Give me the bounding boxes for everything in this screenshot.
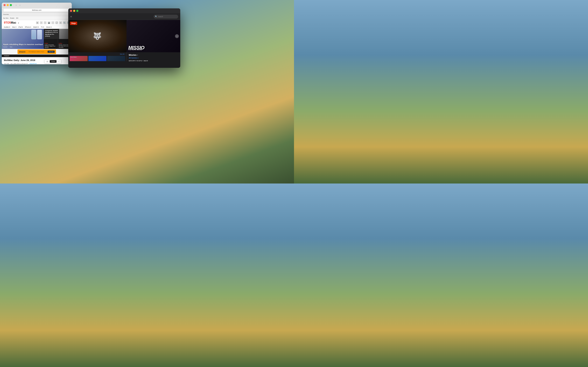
itunes-minimize-button[interactable] — [73, 10, 75, 12]
movie-tomb-raider[interactable]: Tomb Raider (2018) — [107, 56, 125, 61]
article-huawei-title: Compared: Huawei MateBook X Pro vs MacBo… — [45, 30, 59, 37]
quick-links-title: MOVIES QUICK LINKS — [129, 60, 178, 61]
today-bar: TODAY — [2, 55, 72, 57]
browser-titlebar: ‹ › — [2, 3, 72, 8]
wrench-icon[interactable]: 🔧 — [63, 21, 66, 24]
browser-content: 9TO5Mac ▼ ▶ f t 📷 ⋯ 💬 $ 🔧 🔍 Guides ▾ Mac… — [2, 20, 72, 64]
follow-icon: 📰 — [46, 61, 48, 62]
hero-main-article[interactable]: Apple rebuilding Maps in massive overhau… — [2, 29, 44, 49]
movies-dropdown-icon[interactable]: ▾ — [137, 54, 138, 56]
ad-banner: amazon Free shipping on millions of item… — [2, 49, 72, 55]
more-icon[interactable]: ⋯ — [52, 21, 54, 24]
amazon-cta[interactable]: Shop Now — [48, 51, 55, 53]
bookmark-mysites[interactable]: My Sites — [3, 17, 9, 19]
section-header: See All › — [70, 53, 125, 55]
dollar-icon[interactable]: $ — [59, 21, 62, 24]
bookmark-label: My Sites — [3, 17, 9, 19]
itunes-window: ≡ 🔍 Search Store 🐺 Dogs MISSIO — [68, 8, 180, 68]
today-label: TODAY — [4, 55, 9, 57]
itunes-main: Store 🐺 Dogs MISSIO › Five-Movie Bundle — [68, 20, 180, 68]
favorites-label: Favorites — [3, 14, 9, 15]
menu-icon[interactable]: ≡ — [70, 15, 72, 18]
nav-ipad[interactable]: iPad ▾ — [18, 26, 23, 28]
genres-row: All Genres ▾ — [129, 57, 178, 59]
itunes-toolbar: ≡ 🔍 Search — [68, 13, 180, 20]
mini-article-podcast[interactable]: 9to5Mac Listen to the latest 9to5Mac Hap… — [44, 39, 58, 49]
movies-section: See All › Love, Simon Pacific Rim: Upris… — [68, 52, 180, 61]
bookmark-reader[interactable]: Reader — [10, 17, 15, 19]
hero-text: Apple rebuilding Maps in massive overhau… — [3, 43, 43, 48]
search-placeholder: Search — [158, 16, 163, 17]
bookmark-label: Reader — [10, 17, 15, 19]
movie-mission-img: MISSIO — [127, 20, 180, 52]
amazon-tagline: Free shipping on millions of items. — [28, 51, 44, 52]
amazon-logo: amazon — [19, 51, 25, 53]
browser-window: ‹ › 9to5mac.com Favorites My Sites Reade… — [2, 3, 72, 64]
featured-next-arrow[interactable]: › — [175, 34, 179, 38]
article-author: Zac Hall — [4, 63, 9, 64]
youtube-icon[interactable]: ▶ — [36, 21, 39, 24]
minimize-button[interactable] — [7, 4, 9, 6]
instagram-icon[interactable]: 📷 — [48, 21, 50, 24]
bookmarks-bar: My Sites Reader 293 — [2, 16, 72, 20]
itunes-sidebar: Movies ▾ All Genres ▾ MOVIES QUICK LINKS… — [127, 52, 180, 61]
movies-header: Movies ▾ — [129, 54, 178, 56]
nav-music[interactable]: Music ▾ — [46, 26, 52, 28]
movies-title: Movies — [129, 54, 137, 56]
more-options-icon[interactable]: ··· — [58, 61, 59, 62]
hero-labels: Current New — [3, 46, 43, 48]
hero-phones — [31, 30, 42, 39]
featured-movie-mission[interactable]: MISSIO › Five-Movie Bundle — [127, 20, 180, 52]
itunes-close-button[interactable] — [70, 10, 72, 12]
browser-toolbar: 9to5mac.com — [2, 8, 72, 13]
logo-red: 9TO5 — [4, 21, 11, 24]
close-button[interactable] — [3, 4, 6, 6]
maximize-button[interactable] — [10, 4, 12, 6]
nav-mac[interactable]: Mac ▾ — [12, 26, 17, 28]
url-display: 9to5mac.com — [32, 9, 42, 11]
logo-dropdown[interactable]: ▼ — [18, 22, 19, 24]
phone-current — [31, 30, 36, 39]
back-button[interactable]: ‹ — [15, 4, 17, 7]
itunes-maximize-button[interactable] — [76, 10, 78, 12]
address-bar[interactable]: 9to5mac.com — [3, 8, 70, 12]
label-new: New — [10, 46, 12, 48]
amazon-ad[interactable]: amazon Free shipping on millions of item… — [17, 50, 56, 54]
five-movie-label: Five-Movie Bundle — [128, 49, 142, 50]
nav-watch[interactable]: Watch ▾ — [33, 26, 39, 28]
featured-movies: 🐺 Dogs MISSIO › Five-Movie Bundle — [68, 20, 180, 52]
site-nav: Guides ▾ Mac ▾ iPad ▾ iPhone ▾ Watch ▾ T… — [2, 25, 72, 29]
featured-movie-dogs[interactable]: 🐺 Dogs — [68, 20, 127, 52]
site-header: 9TO5Mac ▼ ▶ f t 📷 ⋯ 💬 $ 🔧 🔍 — [2, 20, 72, 25]
nav-guides[interactable]: Guides ▾ — [4, 26, 10, 28]
twitter-icon[interactable]: t — [44, 21, 47, 24]
search-bar[interactable]: 🔍 Search — [154, 15, 178, 18]
hero-article-huawei[interactable]: Compared: Huawei MateBook X Pro vs MacBo… — [44, 29, 72, 39]
bookmark-293[interactable]: 293 — [16, 17, 18, 19]
movie-pacific-rim[interactable]: Pacific Rim: Uprising — [88, 56, 106, 61]
favorites-bar: Favorites — [2, 13, 72, 16]
genres-dropdown-icon[interactable]: ▾ — [138, 57, 138, 59]
mini-logo: 9to5Mac — [45, 43, 57, 44]
movie-grid-area: See All › Love, Simon Pacific Rim: Upris… — [68, 52, 127, 61]
twitter-handle[interactable]: @apollozac — [29, 63, 37, 64]
nav-iphone[interactable]: iPhone ▾ — [25, 26, 31, 28]
hero-title: Apple rebuilding Maps in massive overhau… — [3, 43, 43, 46]
bookmark-label: 293 — [16, 17, 18, 19]
nav-tv[interactable]: TV ▾ — [41, 26, 44, 28]
hero-section: Apple rebuilding Maps in massive overhau… — [2, 29, 72, 49]
forward-button[interactable]: › — [18, 4, 21, 7]
see-all-link[interactable]: See All › — [120, 53, 125, 55]
genres-link[interactable]: All Genres — [129, 57, 137, 59]
movie-love-simon[interactable]: Love, Simon — [70, 56, 88, 61]
search-icon: 🔍 — [155, 16, 157, 17]
article-content: 9to5Mac Daily: June 29, 2018 Zac Hall Ju… — [2, 57, 72, 64]
follow-button[interactable]: Follow — [50, 60, 57, 63]
article-date: Jun. 29th 2018 12:46 pm PT — [10, 63, 28, 64]
chat-icon[interactable]: 💬 — [55, 21, 58, 24]
movie-thumb-label: Love, Simon — [70, 56, 88, 58]
itunes-body: Store 🐺 Dogs MISSIO › Five-Movie Bundle — [68, 20, 180, 68]
dogs-tag: Dogs — [70, 22, 77, 25]
header-icons: ▶ f t 📷 ⋯ 💬 $ 🔧 🔍 — [36, 21, 70, 24]
facebook-icon[interactable]: f — [40, 21, 43, 24]
